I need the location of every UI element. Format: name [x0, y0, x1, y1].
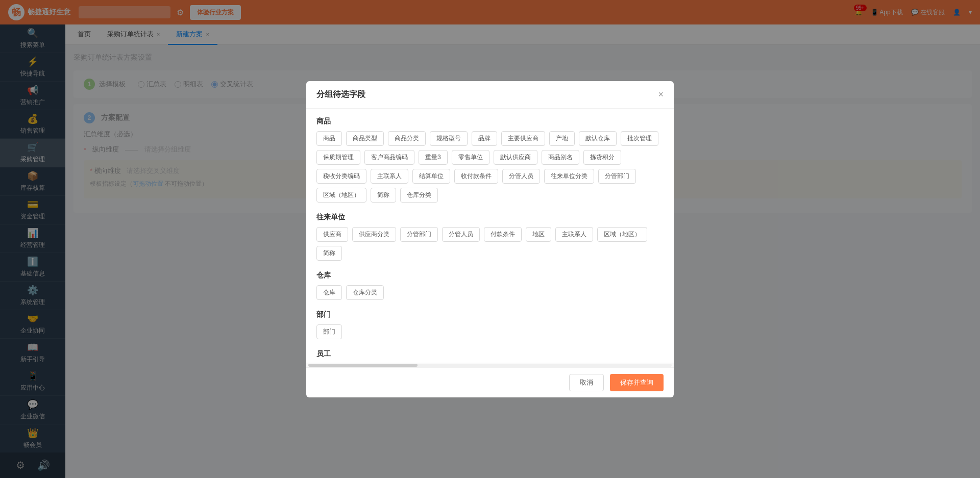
field-tag-contact-partner[interactable]: 主联系人: [555, 227, 593, 242]
field-tag-abbr-product[interactable]: 简称: [371, 188, 396, 203]
field-tag-batch-mgmt[interactable]: 批次管理: [621, 131, 658, 146]
modal-footer: 取消 保存并查询: [306, 367, 674, 397]
category-product-title: 商品: [316, 117, 664, 126]
field-tag-main-contact[interactable]: 主联系人: [371, 169, 408, 184]
category-dept-tags: 部门: [316, 324, 664, 339]
field-tag-customer-code[interactable]: 客户商品编码: [364, 150, 414, 165]
field-tag-product-alias[interactable]: 商品别名: [542, 150, 579, 165]
field-tag-abbr-partner[interactable]: 简称: [316, 246, 342, 261]
field-tag-product-type[interactable]: 商品类型: [346, 131, 384, 146]
modal-close-button[interactable]: ×: [658, 89, 664, 100]
field-tag-settlement-unit[interactable]: 结算单位: [412, 169, 450, 184]
modal-title: 分组待选字段: [316, 89, 365, 100]
field-tag-warehouse-category[interactable]: 仓库分类: [346, 285, 384, 300]
category-staff: 员工 业务员: [316, 349, 664, 363]
field-tag-default-warehouse[interactable]: 默认仓库: [579, 131, 617, 146]
modal-body[interactable]: 商品 商品 商品类型 商品分类 规格型号 品牌 主要供应商 产地 默认仓库 批次…: [306, 109, 674, 363]
field-tag-payment-terms[interactable]: 收付款条件: [454, 169, 498, 184]
field-tag-dept[interactable]: 部门: [316, 324, 342, 339]
category-product-tags: 商品 商品类型 商品分类 规格型号 品牌 主要供应商 产地 默认仓库 批次管理 …: [316, 131, 664, 203]
category-partner-title: 往来单位: [316, 213, 664, 222]
category-dept: 部门 部门: [316, 310, 664, 339]
field-tag-supplier-cat[interactable]: 供应商分类: [352, 227, 396, 242]
modal-horizontal-scrollbar[interactable]: [306, 363, 674, 367]
modal-header: 分组待选字段 ×: [306, 81, 674, 109]
field-tag-pay-terms[interactable]: 付款条件: [484, 227, 522, 242]
field-tag-person-charge[interactable]: 分管人员: [502, 169, 540, 184]
category-warehouse-tags: 仓库 仓库分类: [316, 285, 664, 300]
field-tag-main-supplier[interactable]: 主要供应商: [501, 131, 545, 146]
field-tag-region-product[interactable]: 区域（地区）: [316, 188, 366, 203]
field-tag-origin[interactable]: 产地: [549, 131, 575, 146]
field-tag-product[interactable]: 商品: [316, 131, 342, 146]
field-tag-dept-partner[interactable]: 分管部门: [400, 227, 438, 242]
field-tag-weight3[interactable]: 重量3: [419, 150, 448, 165]
category-dept-title: 部门: [316, 310, 664, 319]
field-tag-warehouse[interactable]: 仓库: [316, 285, 342, 300]
field-tag-tax-code[interactable]: 税收分类编码: [316, 169, 366, 184]
modal: 分组待选字段 × 商品 商品 商品类型 商品分类 规格型号 品牌 主要供应商 产…: [306, 81, 674, 397]
field-tag-warehouse-cat[interactable]: 仓库分类: [400, 188, 438, 203]
field-tag-quality-mgmt[interactable]: 保质期管理: [316, 150, 360, 165]
field-tag-product-category[interactable]: 商品分类: [388, 131, 426, 146]
field-tag-retail-unit[interactable]: 零售单位: [452, 150, 489, 165]
field-tag-supplier[interactable]: 供应商: [316, 227, 348, 242]
modal-cancel-button[interactable]: 取消: [569, 374, 604, 391]
field-tag-dept-charge[interactable]: 分管部门: [598, 169, 636, 184]
modal-overlay: 分组待选字段 × 商品 商品 商品类型 商品分类 规格型号 品牌 主要供应商 产…: [0, 0, 980, 478]
hscroll-thumb: [308, 364, 418, 367]
field-tag-default-supplier[interactable]: 默认供应商: [494, 150, 537, 165]
field-tag-pick-score[interactable]: 拣货积分: [583, 150, 621, 165]
category-product: 商品 商品 商品类型 商品分类 规格型号 品牌 主要供应商 产地 默认仓库 批次…: [316, 117, 664, 203]
hscroll-track: [308, 364, 672, 367]
field-tag-person-partner[interactable]: 分管人员: [442, 227, 480, 242]
modal-confirm-button[interactable]: 保存并查询: [610, 374, 664, 391]
field-tag-area-partner[interactable]: 区域（地区）: [597, 227, 647, 242]
category-partner-tags: 供应商 供应商分类 分管部门 分管人员 付款条件 地区 主联系人 区域（地区） …: [316, 227, 664, 261]
field-tag-spec-model[interactable]: 规格型号: [430, 131, 468, 146]
category-partner: 往来单位 供应商 供应商分类 分管部门 分管人员 付款条件 地区 主联系人 区域…: [316, 213, 664, 261]
field-tag-partner-category[interactable]: 往来单位分类: [544, 169, 594, 184]
field-tag-region-partner[interactable]: 地区: [526, 227, 551, 242]
category-staff-title: 员工: [316, 349, 664, 359]
category-warehouse: 仓库 仓库 仓库分类: [316, 271, 664, 300]
category-warehouse-title: 仓库: [316, 271, 664, 280]
field-tag-brand[interactable]: 品牌: [472, 131, 497, 146]
